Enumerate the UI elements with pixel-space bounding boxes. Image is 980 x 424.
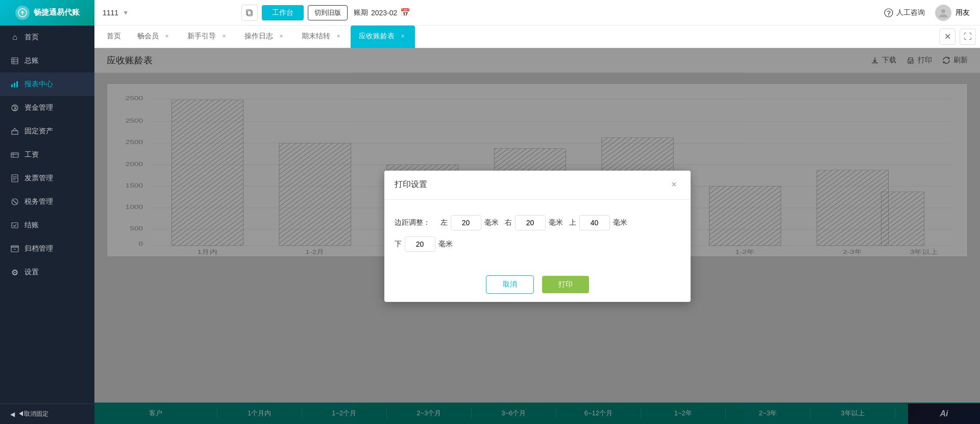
calendar-icon[interactable]: 📅: [400, 8, 410, 17]
workbench-button[interactable]: 工作台: [262, 5, 304, 20]
bottom-input[interactable]: [405, 237, 435, 252]
period-value: 2023-02: [371, 9, 397, 17]
svg-rect-5: [12, 58, 18, 64]
tab-oplog-label: 操作日志: [244, 32, 273, 41]
dropdown-icon[interactable]: ▼: [122, 9, 129, 16]
left-unit: 毫米: [484, 218, 499, 227]
svg-rect-13: [12, 131, 18, 134]
sidebar-item-tax[interactable]: 税务管理: [0, 190, 94, 214]
consult-label: 人工咨询: [896, 8, 925, 17]
top-unit: 毫米: [613, 218, 627, 227]
svg-rect-9: [11, 84, 13, 87]
sidebar-item-assets[interactable]: 固定资产: [0, 120, 94, 143]
left-input[interactable]: [451, 215, 481, 230]
settings-icon: ⚙: [10, 268, 19, 277]
tab-guide-label: 新手引导: [187, 32, 216, 41]
sidebar-item-home[interactable]: ⌂ 首页: [0, 26, 94, 49]
sidebar-item-label-salary: 工资: [24, 150, 39, 159]
tab-close-button[interactable]: ✕: [939, 29, 955, 45]
sidebar-item-label-archive: 归档管理: [24, 244, 53, 253]
salary-icon: [10, 150, 19, 159]
sidebar-scroll: ⌂ 首页 总账: [0, 26, 94, 404]
modal-close-button[interactable]: ×: [668, 179, 680, 191]
copy-button[interactable]: [241, 5, 258, 21]
tax-icon: [10, 197, 19, 206]
checkout-icon: [10, 221, 19, 230]
margin-row: 边距调整： 左 毫米 右 毫米: [395, 215, 680, 252]
sidebar-item-settings[interactable]: ⚙ 设置: [0, 261, 94, 284]
user-avatar: [935, 5, 951, 21]
tab-expand-button[interactable]: ⛶: [960, 29, 976, 45]
tab-guide[interactable]: 新手引导 ×: [179, 26, 236, 48]
modal-body: 边距调整： 左 毫米 右 毫米: [384, 200, 691, 267]
sidebar-item-checkout[interactable]: 结账: [0, 214, 94, 237]
cancel-button[interactable]: 取消: [486, 275, 534, 294]
page-content: 应收账龄表 下载: [94, 48, 980, 424]
main-layout: ⌂ 首页 总账: [0, 26, 980, 424]
sidebar-item-label-assets: 固定资产: [24, 127, 53, 136]
switch-version-button[interactable]: 切到旧版: [308, 5, 348, 20]
sidebar-item-label-reports: 报表中心: [24, 80, 53, 89]
confirm-print-button[interactable]: 打印: [542, 276, 589, 293]
sidebar-item-label-tax: 税务管理: [24, 197, 53, 206]
modal-title: 打印设置: [395, 179, 427, 190]
content-area: 首页 畅会员 × 新手引导 × 操作日志 × 期末结转 × 应收账龄表 ×: [94, 26, 980, 424]
logo-area: 畅捷通易代账: [0, 0, 94, 26]
svg-rect-14: [11, 153, 18, 157]
tab-member[interactable]: 畅会员 ×: [129, 26, 179, 48]
sidebar-item-label-ledger: 总账: [24, 56, 39, 65]
top-input[interactable]: [579, 215, 610, 230]
modal-overlay: 打印设置 × 边距调整： 左 毫米 右: [94, 48, 980, 424]
right-label: 右: [505, 218, 512, 227]
tabs-right: ✕ ⛶: [939, 29, 976, 45]
sidebar-item-funds[interactable]: 资金管理: [0, 96, 94, 120]
user-info[interactable]: 用友: [935, 5, 970, 21]
modal-footer: 取消 打印: [384, 267, 691, 302]
right-input[interactable]: [515, 215, 546, 230]
collapse-label: ◀取消固定: [18, 410, 48, 418]
tab-aging-label: 应收账龄表: [359, 32, 395, 41]
company-name: 1111: [103, 9, 118, 17]
print-settings-modal: 打印设置 × 边距调整： 左 毫米 右: [384, 171, 691, 302]
archive-icon: [10, 244, 19, 253]
sidebar-item-ledger[interactable]: 总账: [0, 49, 94, 73]
tab-oplog-close[interactable]: ×: [277, 32, 285, 40]
logo-text: 畅捷通易代账: [34, 8, 80, 17]
tab-home-label: 首页: [107, 32, 121, 41]
funds-icon: [10, 103, 19, 112]
margin-left-item: 左 毫米: [440, 215, 499, 230]
home-icon: ⌂: [10, 33, 19, 42]
svg-rect-25: [12, 223, 18, 228]
margin-top-item: 上 毫米: [569, 215, 627, 230]
sidebar-item-label-funds: 资金管理: [24, 103, 53, 112]
margin-label: 边距调整：: [395, 218, 430, 227]
sidebar-item-invoice[interactable]: 发票管理: [0, 167, 94, 190]
tab-oplog[interactable]: 操作日志 ×: [236, 26, 293, 48]
svg-point-3: [888, 15, 889, 16]
sidebar-item-archive[interactable]: 归档管理: [0, 237, 94, 261]
tab-aging[interactable]: 应收账龄表 ×: [351, 26, 415, 48]
sidebar-item-label-home: 首页: [24, 33, 39, 42]
svg-point-4: [941, 9, 945, 13]
header-company: 1111 ▼: [94, 9, 237, 17]
period-label: 账期: [354, 8, 368, 17]
user-label: 用友: [955, 8, 970, 17]
logo-icon: [15, 6, 30, 20]
top-label: 上: [569, 218, 576, 227]
tab-home[interactable]: 首页: [99, 26, 129, 48]
sidebar-item-salary[interactable]: 工资: [0, 143, 94, 167]
consult-button[interactable]: 人工咨询: [884, 8, 925, 17]
tab-period-end[interactable]: 期末结转 ×: [293, 26, 351, 48]
reports-icon: [10, 80, 19, 89]
tab-guide-close[interactable]: ×: [220, 32, 228, 40]
tab-aging-close[interactable]: ×: [399, 32, 407, 40]
tab-member-close[interactable]: ×: [163, 32, 171, 40]
sidebar-item-label-settings: 设置: [24, 268, 39, 277]
sidebar-item-reports[interactable]: 报表中心: [0, 73, 94, 96]
period-info: 账期 2023-02 📅: [354, 8, 410, 17]
sidebar-collapse-button[interactable]: ◀ ◀取消固定: [0, 404, 94, 424]
header-right: 人工咨询 用友: [884, 5, 980, 21]
svg-rect-10: [14, 83, 15, 87]
top-header: 畅捷通易代账 1111 ▼ 工作台 切到旧版 账期 2023-02 📅 人工咨询: [0, 0, 980, 26]
tab-period-end-close[interactable]: ×: [334, 32, 342, 40]
